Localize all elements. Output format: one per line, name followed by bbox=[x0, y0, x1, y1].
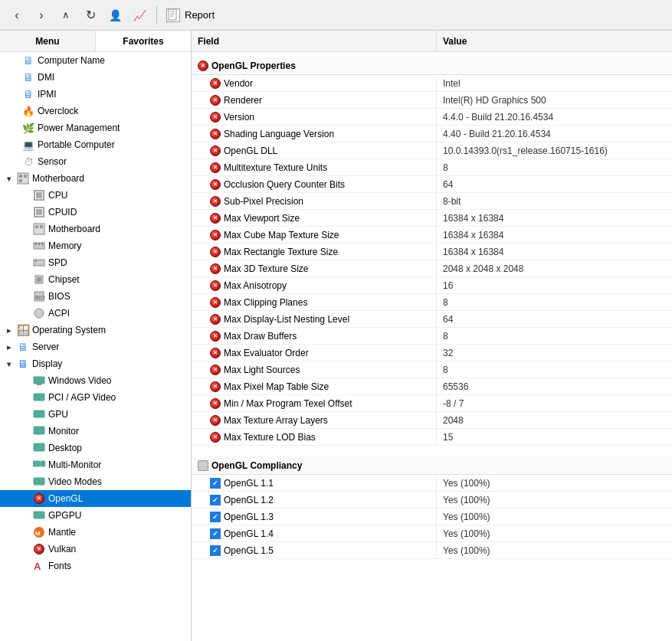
field-max-3d-texture: Max 3D Texture Size bbox=[192, 260, 437, 277]
up-button[interactable]: ∧ bbox=[55, 5, 77, 26]
bios-icon: BIOS bbox=[32, 289, 46, 303]
opengl-row-icon bbox=[210, 415, 221, 426]
section-opengl-properties: OpenGL Properties bbox=[192, 57, 672, 75]
svg-rect-0 bbox=[169, 9, 176, 20]
sidebar-label: GPU bbox=[48, 409, 68, 420]
sidebar-header: Menu Favorites bbox=[0, 31, 191, 52]
sidebar-item-portable-computer[interactable]: 💻 Portable Computer bbox=[0, 136, 191, 153]
expand-placeholder bbox=[19, 207, 30, 217]
sidebar-item-spd[interactable]: SPD bbox=[0, 254, 191, 271]
field-renderer: Renderer bbox=[192, 92, 437, 109]
tab-favorites[interactable]: Favorites bbox=[96, 31, 191, 51]
sidebar-label: Sensor bbox=[38, 156, 67, 167]
toolbar-separator bbox=[156, 6, 157, 25]
field-label: Renderer bbox=[224, 95, 262, 106]
expand-placeholder bbox=[19, 476, 30, 487]
sidebar-item-video-modes[interactable]: Video Modes bbox=[0, 473, 191, 490]
sidebar-item-dmi[interactable]: 🖥 DMI bbox=[0, 69, 191, 86]
svg-rect-5 bbox=[19, 175, 22, 178]
opengl-row-icon bbox=[210, 381, 221, 392]
chart-button[interactable]: 📈 bbox=[129, 5, 150, 26]
checkbox-opengl-13 bbox=[210, 512, 221, 522]
sidebar-item-sensor[interactable]: ⏱ Sensor bbox=[0, 153, 191, 170]
opengl-row-icon bbox=[210, 314, 221, 325]
fire-icon: 🔥 bbox=[21, 104, 35, 118]
user-button[interactable]: 👤 bbox=[104, 5, 126, 26]
sidebar-item-display[interactable]: ▾ 🖥 Display bbox=[0, 355, 191, 372]
sidebar-item-gpu[interactable]: GPU bbox=[0, 406, 191, 423]
field-min-max-texel: Min / Max Program Texel Offset bbox=[192, 395, 437, 412]
value-subpixel: 8-bit bbox=[437, 193, 672, 210]
field-max-clipping: Max Clipping Planes bbox=[192, 294, 437, 311]
sidebar-item-motherboard-sub[interactable]: Motherboard bbox=[0, 221, 191, 237]
row-occlusion: Occlusion Query Counter Bits 64 bbox=[192, 176, 672, 193]
sidebar-item-gpgpu[interactable]: GPGPU bbox=[0, 507, 191, 524]
opengl-row-icon bbox=[210, 365, 221, 375]
opengl-row-icon bbox=[210, 247, 221, 257]
sidebar-item-computer-name[interactable]: 🖥 Computer Name bbox=[0, 52, 191, 69]
dmi-icon: 🖥 bbox=[21, 70, 35, 84]
opengl-row-icon bbox=[210, 78, 221, 89]
sidebar-item-operating-system[interactable]: ▸ 🪟 Operating System bbox=[0, 322, 191, 338]
chipset-icon bbox=[32, 273, 46, 286]
field-label: OpenGL 1.1 bbox=[224, 478, 274, 489]
sidebar-item-multi-monitor[interactable]: Multi-Monitor bbox=[0, 456, 191, 473]
server-expand[interactable]: ▸ bbox=[3, 342, 14, 352]
opengl-row-icon bbox=[210, 112, 221, 123]
report-section: Report bbox=[166, 8, 215, 22]
sidebar: Menu Favorites 🖥 Computer Name 🖥 DMI bbox=[0, 31, 192, 641]
motherboard-expand[interactable]: ▾ bbox=[3, 173, 14, 184]
sidebar-item-bios[interactable]: BIOS BIOS bbox=[0, 288, 191, 305]
back-button[interactable]: ‹ bbox=[6, 5, 28, 26]
field-max-cube-map: Max Cube Map Texture Size bbox=[192, 227, 437, 244]
sidebar-item-windows-video[interactable]: Windows Video bbox=[0, 372, 191, 389]
value-max-display-list: 64 bbox=[437, 311, 672, 328]
field-label: Vendor bbox=[224, 78, 253, 89]
row-max-light: Max Light Sources 8 bbox=[192, 361, 672, 378]
os-expand[interactable]: ▸ bbox=[3, 325, 14, 335]
sidebar-item-motherboard[interactable]: ▾ Motherboard bbox=[0, 170, 191, 187]
opengl-row-icon bbox=[210, 146, 221, 156]
tab-menu[interactable]: Menu bbox=[0, 31, 96, 51]
expand-placeholder bbox=[8, 89, 19, 100]
sidebar-item-opengl[interactable]: OpenGL bbox=[0, 490, 191, 507]
expand-placeholder bbox=[8, 156, 19, 167]
sidebar-item-cpuid[interactable]: CPUID bbox=[0, 204, 191, 221]
sidebar-item-power-management[interactable]: 🌿 Power Management bbox=[0, 119, 191, 136]
value-min-max-texel: -8 / 7 bbox=[437, 395, 672, 412]
sidebar-item-memory[interactable]: Memory bbox=[0, 237, 191, 254]
expand-placeholder bbox=[19, 510, 30, 521]
sidebar-label: ACPI bbox=[48, 308, 70, 319]
sidebar-item-acpi[interactable]: ACPI bbox=[0, 305, 191, 322]
expand-placeholder bbox=[19, 459, 30, 470]
sidebar-item-desktop[interactable]: Desktop bbox=[0, 440, 191, 456]
refresh-button[interactable]: ↻ bbox=[80, 5, 101, 26]
sidebar-item-overclock[interactable]: 🔥 Overclock bbox=[0, 103, 191, 119]
row-max-anisotropy: Max Anisotropy 16 bbox=[192, 277, 672, 294]
sidebar-label: Video Modes bbox=[48, 476, 102, 487]
opengl-section-icon bbox=[198, 61, 208, 71]
svg-rect-14 bbox=[40, 225, 43, 228]
forward-button[interactable]: › bbox=[31, 5, 52, 26]
field-label: Max Clipping Planes bbox=[224, 297, 307, 308]
field-opengl-dll: OpenGL DLL bbox=[192, 142, 437, 159]
sidebar-item-pci-agp[interactable]: PCI / AGP Video bbox=[0, 389, 191, 406]
svg-rect-7 bbox=[19, 179, 22, 182]
sidebar-item-fonts[interactable]: A Fonts bbox=[0, 558, 191, 574]
row-opengl-13: OpenGL 1.3 Yes (100%) bbox=[192, 509, 672, 525]
field-max-evaluator: Max Evaluator Order bbox=[192, 345, 437, 361]
svg-text:M: M bbox=[35, 530, 41, 537]
field-max-display-list: Max Display-List Nesting Level bbox=[192, 311, 437, 328]
sidebar-item-mantle[interactable]: M Mantle bbox=[0, 524, 191, 541]
field-max-anisotropy: Max Anisotropy bbox=[192, 277, 437, 294]
sidebar-item-vulkan[interactable]: Vulkan bbox=[0, 541, 191, 558]
sidebar-item-cpu[interactable]: CPU bbox=[0, 187, 191, 204]
sidebar-item-server[interactable]: ▸ 🖥 Server bbox=[0, 338, 191, 355]
opengl-sidebar-icon bbox=[32, 492, 46, 505]
gpgpu-icon bbox=[32, 509, 46, 522]
display-expand[interactable]: ▾ bbox=[3, 358, 14, 369]
sidebar-item-monitor[interactable]: Monitor bbox=[0, 423, 191, 440]
opengl-row-icon bbox=[210, 331, 221, 342]
sidebar-item-ipmi[interactable]: 🖥 IPMI bbox=[0, 86, 191, 103]
sidebar-item-chipset[interactable]: Chipset bbox=[0, 271, 191, 288]
